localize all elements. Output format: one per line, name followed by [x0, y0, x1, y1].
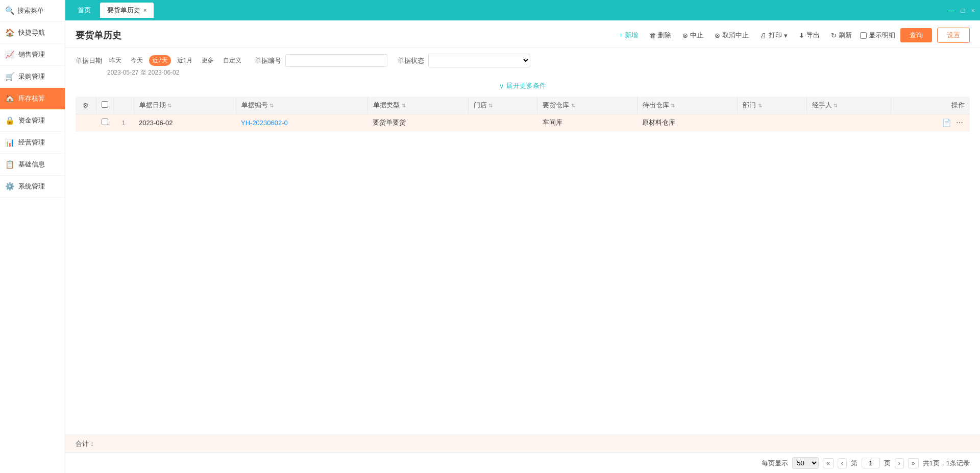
sort-icon-handler: ⇅ [834, 103, 838, 108]
last-page-button[interactable]: » [908, 458, 919, 468]
col-dept[interactable]: 部门 ⇅ [738, 97, 807, 114]
bill-no-link[interactable]: YH-20230602-0 [241, 119, 288, 127]
system-icon: ⚙️ [5, 182, 14, 191]
sidebar-item-sales[interactable]: 📈 销售管理 [0, 44, 65, 66]
status-label: 单据状态 [398, 56, 424, 65]
bill-no-input[interactable] [285, 54, 387, 67]
basic-info-icon: 📋 [5, 160, 14, 169]
today-btn[interactable]: 今天 [128, 55, 146, 66]
row-action-cell: 📄 ⋯ [891, 114, 970, 131]
date-shortcuts: 昨天 今天 近7天 近1月 更多 自定义 [106, 55, 244, 66]
window-restore-button[interactable]: □ [961, 7, 965, 14]
sidebar-item-quick-nav[interactable]: 🏠 快捷导航 [0, 22, 65, 44]
expand-more-btn[interactable]: ∨ 展开更多条件 [76, 81, 970, 90]
date-filter-label: 单据日期 [76, 56, 102, 65]
status-select[interactable] [428, 54, 530, 67]
filter-area: 单据日期 昨天 今天 近7天 近1月 更多 自定义 单据编号 [65, 48, 980, 97]
last7days-btn[interactable]: 近7天 [149, 55, 171, 66]
sidebar-item-label: 库存核算 [18, 94, 45, 103]
row-pending-warehouse: 原材料仓库 [637, 114, 738, 131]
sidebar-item-operations[interactable]: 📊 经营管理 [0, 132, 65, 154]
tab-close-icon[interactable]: × [143, 7, 146, 13]
row-more-icon[interactable]: ⋯ [956, 119, 963, 127]
sidebar-item-inventory[interactable]: 🏠 库存核算 [0, 88, 65, 110]
page-header: 要货单历史 + 新增 🗑 删除 ⊗ 中止 ⊗ 取消中止 🖨 打印 [65, 20, 980, 48]
finance-icon: 🔒 [5, 116, 14, 125]
export-button[interactable]: ⬇ 导出 [796, 29, 823, 41]
refresh-button[interactable]: ↻ 刷新 [828, 29, 855, 41]
col-bill-no[interactable]: 单据编号 ⇅ [236, 97, 368, 114]
sidebar-item-system[interactable]: ⚙️ 系统管理 [0, 176, 65, 198]
current-page-input[interactable] [862, 458, 880, 468]
prev-page-button[interactable]: ‹ [838, 458, 847, 468]
date-filter-group: 单据日期 昨天 今天 近7天 近1月 更多 自定义 [76, 55, 244, 66]
page-size-select[interactable]: 50 10 20 100 [792, 457, 819, 469]
bill-no-filter-group: 单据编号 [255, 54, 387, 67]
row-bill-type: 要货单要货 [368, 114, 468, 131]
tab-active[interactable]: 要货单历史 × [100, 3, 154, 18]
sidebar-search-label: 搜索菜单 [17, 6, 44, 15]
custom-btn[interactable]: 自定义 [220, 55, 244, 66]
sidebar-item-label: 销售管理 [18, 50, 45, 59]
bill-no-label: 单据编号 [255, 56, 281, 65]
row-checkbox-cell[interactable] [96, 114, 113, 131]
display-detail-button[interactable]: 显示明细 [860, 31, 895, 40]
col-bill-type[interactable]: 单据类型 ⇅ [368, 97, 468, 114]
display-detail-checkbox[interactable] [860, 32, 867, 39]
sidebar-item-purchase[interactable]: 🛒 采购管理 [0, 66, 65, 88]
window-close-button[interactable]: × [971, 7, 975, 14]
col-req-warehouse[interactable]: 要货仓库 ⇅ [537, 97, 638, 114]
col-handler[interactable]: 经手人 ⇅ [806, 97, 891, 114]
table-area: ⚙ 单据日期 ⇅ 单据编号 ⇅ [65, 97, 980, 435]
query-button[interactable]: 查询 [900, 28, 932, 42]
row-bill-no: YH-20230602-0 [236, 114, 368, 131]
pagination: 每页显示 50 10 20 100 « ‹ 第 页 › » 共1页，1条记录 [65, 453, 980, 473]
col-store[interactable]: 门店 ⇅ [468, 97, 537, 114]
sidebar-item-label: 资金管理 [18, 116, 45, 125]
page-title: 要货单历史 [76, 29, 121, 41]
sidebar-search[interactable]: 🔍 搜索菜单 [0, 0, 65, 22]
settings-button[interactable]: 设置 [937, 28, 970, 43]
col-date[interactable]: 单据日期 ⇅ [134, 97, 236, 114]
inventory-icon: 🏠 [5, 94, 14, 103]
tab-home-label: 首页 [78, 6, 91, 15]
sidebar-item-label: 快捷导航 [18, 28, 45, 37]
col-settings[interactable]: ⚙ [76, 97, 96, 114]
sidebar-item-basic-info[interactable]: 📋 基础信息 [0, 154, 65, 176]
row-settings-cell [76, 114, 96, 131]
status-filter-group: 单据状态 [398, 54, 530, 67]
first-page-button[interactable]: « [823, 458, 834, 468]
cancel-stop-button[interactable]: ⊗ 取消中止 [712, 29, 752, 41]
sort-icon-date: ⇅ [167, 103, 172, 108]
yesterday-btn[interactable]: 昨天 [106, 55, 125, 66]
row-edit-icon[interactable]: 📄 [942, 119, 951, 127]
select-all-checkbox[interactable] [102, 101, 108, 108]
window-minimize-button[interactable]: — [948, 7, 955, 14]
total-info: 共1页，1条记录 [923, 459, 970, 468]
row-date: 2023-06-02 [134, 114, 236, 131]
last1month-btn[interactable]: 近1月 [174, 55, 196, 66]
delete-button[interactable]: 🗑 删除 [646, 29, 674, 41]
row-handler [806, 114, 891, 131]
tab-active-label: 要货单历史 [107, 6, 140, 15]
row-store [468, 114, 537, 131]
more-btn[interactable]: 更多 [199, 55, 217, 66]
sidebar-item-finance[interactable]: 🔒 资金管理 [0, 110, 65, 132]
toolbar: + 新增 🗑 删除 ⊗ 中止 ⊗ 取消中止 🖨 打印 ▾ [616, 28, 970, 43]
sort-icon-dept: ⇅ [758, 103, 762, 108]
row-num: 1 [113, 114, 134, 131]
footer-bar: 合计： [65, 435, 980, 453]
next-page-button[interactable]: › [895, 458, 904, 468]
tab-home[interactable]: 首页 [70, 3, 98, 18]
col-rownum [113, 97, 134, 114]
stop-button[interactable]: ⊗ 中止 [679, 29, 706, 41]
page-label-first: 第 [851, 459, 857, 468]
page-size-label: 每页显示 [762, 459, 788, 468]
print-button[interactable]: 🖨 打印 ▾ [757, 29, 791, 41]
expand-icon: ∨ [499, 82, 504, 90]
col-pending-warehouse[interactable]: 待出仓库 ⇅ [637, 97, 738, 114]
table-row[interactable]: 1 2023-06-02 YH-20230602-0 要货单要货 车间库 原材料… [76, 114, 970, 131]
add-button[interactable]: + 新增 [616, 29, 641, 41]
row-dept [738, 114, 807, 131]
sort-icon-bill-no: ⇅ [270, 103, 274, 108]
